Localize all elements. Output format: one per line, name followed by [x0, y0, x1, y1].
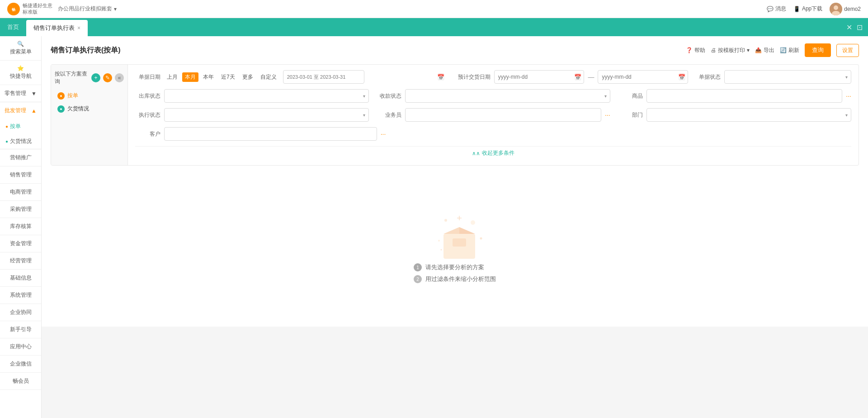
date-shortcut-last-month[interactable]: 上月 — [164, 72, 180, 82]
scheme-item-by-order[interactable]: ● 按单 — [55, 89, 124, 102]
sidebar-item-ecommerce[interactable]: 电商管理 — [0, 184, 41, 201]
scheme-panel-header: 按以下方案查询 + ✎ « — [55, 70, 124, 86]
tab-expand-btn[interactable]: ⊡ — [857, 23, 863, 32]
tab-sales-exec[interactable]: 销售订单执行表 × — [26, 20, 88, 36]
message-action[interactable]: 💬 消息 — [767, 5, 786, 13]
logo-area: 畅 畅捷通好生意 标准版 — [7, 3, 52, 15]
breadcrumb-selector[interactable]: 办公用品行业模拟账套 ▾ — [58, 5, 117, 13]
export-icon: 📤 — [755, 47, 762, 53]
svg-point-11 — [438, 240, 440, 242]
sidebar-item-purchase[interactable]: 采购管理 — [0, 201, 41, 218]
user-area[interactable]: demo2 — [830, 3, 861, 15]
top-bar: 畅 畅捷通好生意 标准版 办公用品行业模拟账套 ▾ 💬 消息 📱 App下载 — [0, 0, 868, 18]
sidebar-section-retail: 零售管理 ▼ — [0, 85, 41, 102]
scheme-collapse-btn[interactable]: « — [115, 73, 124, 82]
page-container: 销售订单执行表(按单) ❓ 帮助 🖨 按模板打印 ▾ 📤 导出 — [42, 36, 868, 327]
nav-icon: ⭐ — [17, 65, 24, 71]
date-range: 📅 — [283, 70, 447, 84]
sidebar-item-operations[interactable]: 经营管理 — [0, 252, 41, 270]
tip-num-1: 1 — [414, 263, 422, 271]
tab-close-window-btn[interactable]: ✕ — [846, 23, 852, 32]
user-name: demo2 — [844, 6, 861, 12]
app-download-action[interactable]: 📱 App下载 — [793, 5, 822, 13]
product-input[interactable] — [646, 89, 843, 103]
sidebar-retail-header[interactable]: 零售管理 ▼ — [0, 85, 41, 102]
date-shortcut-more[interactable]: 更多 — [240, 72, 256, 82]
out-status-label: 出库状态 — [135, 92, 160, 100]
sidebar-sub-owe-goods[interactable]: ● 欠货情况 — [0, 134, 41, 149]
scheme-item-owe-goods[interactable]: ● 欠货情况 — [55, 102, 124, 115]
sidebar-item-quicknav[interactable]: ⭐ 快捷导航 — [0, 61, 41, 85]
scheme-add-btn[interactable]: + — [91, 73, 100, 82]
help-icon: ❓ — [686, 47, 693, 53]
filter-group-product: 商品 ··· — [618, 89, 851, 103]
salesperson-ellipsis-btn[interactable]: ··· — [605, 111, 610, 119]
customer-ellipsis-btn[interactable]: ··· — [381, 130, 386, 138]
scheme-panel: 按以下方案查询 + ✎ « ● 按单 ● 欠货情况 — [51, 65, 128, 165]
page-actions: ❓ 帮助 🖨 按模板打印 ▾ 📤 导出 🔄 刷新 — [686, 43, 859, 57]
sidebar-item-sales-mgmt[interactable]: 销售管理 — [0, 166, 41, 184]
delivery-end-wrapper: 📅 — [598, 70, 688, 84]
svg-rect-6 — [453, 238, 466, 247]
print-icon: 🖨 — [711, 47, 716, 53]
sidebar-item-basic-info[interactable]: 基础信息 — [0, 270, 41, 287]
salesperson-input[interactable] — [405, 108, 601, 122]
date-shortcut-this-year[interactable]: 本年 — [200, 72, 217, 82]
department-label: 部门 — [618, 111, 643, 119]
delivery-end-input[interactable] — [598, 70, 688, 84]
department-select[interactable] — [646, 108, 851, 122]
empty-state: 1 请先选择要分析的方案 2 用过滤条件来缩小分析范围 — [51, 173, 859, 319]
scheme-edit-btn[interactable]: ✎ — [103, 73, 112, 82]
sidebar-item-enterprise[interactable]: 企业协同 — [0, 304, 41, 321]
sidebar-item-wechat-biz[interactable]: 企业微信 — [0, 356, 41, 373]
empty-tip-1: 1 请先选择要分析的方案 — [414, 263, 496, 271]
sidebar-item-marketing[interactable]: 营销推广 — [0, 149, 41, 166]
sidebar-sub-order-exec[interactable]: ● 按单 — [0, 119, 41, 134]
filter-group-out-status: 出库状态 未出库 部分出库 已出库 ▾ — [135, 89, 369, 103]
exec-status-select[interactable]: 未执行 部分执行 已执行 — [164, 108, 369, 122]
refresh-btn[interactable]: 🔄 刷新 — [780, 47, 799, 54]
sidebar-item-system[interactable]: 系统管理 — [0, 287, 41, 304]
customer-input[interactable] — [164, 127, 377, 141]
message-icon: 💬 — [767, 6, 774, 12]
date-shortcut-this-month[interactable]: 本月 — [182, 72, 198, 82]
date-shortcut-custom[interactable]: 自定义 — [258, 72, 279, 82]
collection-status-label: 收款状态 — [376, 92, 401, 100]
collection-status-select[interactable]: 未收款 部分收款 已收款 — [405, 89, 610, 103]
collapse-filter-btn[interactable]: ∧∧ 收起更多条件 — [135, 146, 851, 160]
sidebar-wholesale-header[interactable]: 批发管理 ▲ — [0, 102, 41, 119]
delivery-start-input[interactable] — [494, 70, 585, 84]
empty-tip-2: 2 用过滤条件来缩小分析范围 — [414, 275, 496, 283]
svg-point-7 — [471, 220, 475, 225]
product-ellipsis-btn[interactable]: ··· — [846, 92, 851, 100]
date-start-input[interactable] — [283, 70, 364, 84]
refresh-icon: 🔄 — [780, 47, 787, 53]
tip-num-2: 2 — [414, 275, 422, 283]
help-btn[interactable]: ❓ 帮助 — [686, 47, 705, 54]
search-btn[interactable]: 查询 — [805, 43, 831, 57]
filter-group-salesperson: 业务员 ··· — [376, 108, 610, 122]
template-print-btn[interactable]: 🖨 按模板打印 ▾ — [711, 47, 750, 54]
sidebar-item-inventory[interactable]: 库存核算 — [0, 218, 41, 235]
date-shortcut-7days[interactable]: 近7天 — [218, 72, 238, 82]
filter-group-collection-status: 收款状态 未收款 部分收款 已收款 ▾ — [376, 89, 610, 103]
order-status-select[interactable]: 待审核 已审核 已关闭 — [724, 70, 851, 84]
out-status-select[interactable]: 未出库 部分出库 已出库 — [164, 89, 369, 103]
sidebar-item-newbie[interactable]: 新手引导 — [0, 321, 41, 338]
sidebar-item-search[interactable]: 🔍 搜索菜单 — [0, 36, 41, 61]
order-status-select-wrapper: 待审核 已审核 已关闭 ▾ — [724, 70, 851, 84]
settings-btn[interactable]: 设置 — [836, 44, 859, 57]
sidebar-item-finance[interactable]: 资金管理 — [0, 235, 41, 252]
tab-home[interactable]: 首页 — [0, 18, 26, 36]
export-btn[interactable]: 📤 导出 — [755, 47, 774, 54]
sidebar-item-app-center[interactable]: 应用中心 — [0, 338, 41, 356]
filter-group-order-status: 单据状态 待审核 已审核 已关闭 ▾ — [695, 70, 851, 84]
svg-point-8 — [444, 219, 447, 222]
orange-dot-icon: ● — [5, 124, 8, 129]
scheme-dot-orange: ● — [57, 92, 65, 100]
tab-close-icon[interactable]: × — [77, 25, 80, 31]
filter-row-4: 客户 ··· — [135, 127, 851, 141]
filter-group-exec-status: 执行状态 未执行 部分执行 已执行 ▾ — [135, 108, 369, 122]
page-title: 销售订单执行表(按单) — [51, 46, 121, 55]
sidebar-item-vip[interactable]: 畅会员 — [0, 373, 41, 390]
